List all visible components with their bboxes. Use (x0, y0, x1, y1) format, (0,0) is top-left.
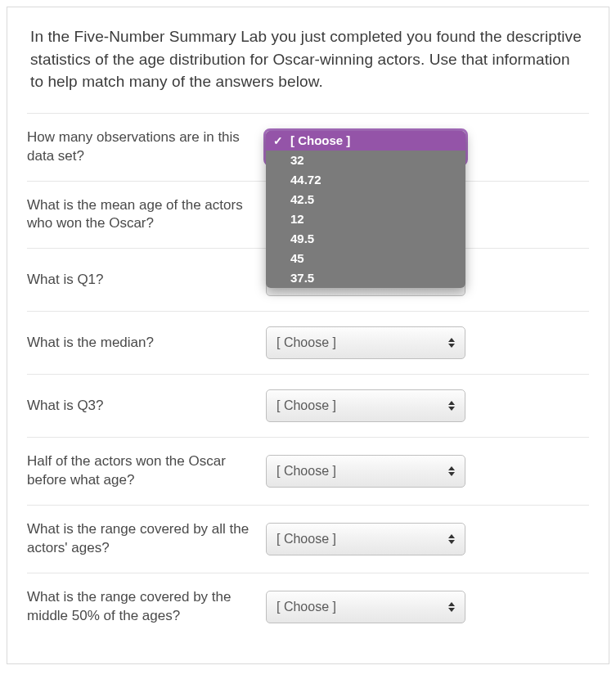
question-card: In the Five-Number Summary Lab you just … (7, 7, 609, 664)
match-row: What is Q3? [ Choose ] (27, 374, 589, 437)
answer-select-6[interactable]: [ Choose ] (266, 523, 465, 555)
answer-select-7[interactable]: [ Choose ] (266, 591, 465, 623)
select-value: [ Choose ] (277, 464, 336, 479)
match-row: Half of the actors won the Oscar before … (27, 437, 589, 505)
dropdown-option[interactable]: 44.72 (266, 170, 465, 190)
question-label: How many observations are in this data s… (27, 128, 266, 166)
dropdown-option[interactable]: 12 (266, 209, 465, 229)
dropdown-option[interactable]: 42.5 (266, 190, 465, 209)
question-label: What is the median? (27, 334, 266, 353)
select-wrap-6: [ Choose ] (266, 523, 465, 555)
answer-select-4[interactable]: [ Choose ] (266, 389, 465, 422)
question-label: What is the range covered by all the act… (27, 520, 266, 558)
select-value: [ Choose ] (277, 335, 336, 350)
select-wrap-7: [ Choose ] (266, 591, 465, 623)
select-wrap-5: [ Choose ] (266, 455, 465, 488)
question-prompt: In the Five-Number Summary Lab you just … (30, 25, 586, 93)
select-wrap-0: [ Choose ] [ Choose ] 32 44.72 42.5 12 4… (266, 131, 465, 164)
chevron-up-down-icon (448, 600, 456, 614)
match-row: How many observations are in this data s… (27, 113, 589, 181)
answer-select-3[interactable]: [ Choose ] (266, 326, 465, 359)
match-row: What is the median? [ Choose ] (27, 311, 589, 374)
dropdown-option[interactable]: 45 (266, 249, 465, 268)
match-row: What is the range covered by the middle … (27, 573, 589, 641)
select-value: [ Choose ] (277, 398, 336, 413)
dropdown-option[interactable]: 37.5 (266, 268, 465, 288)
chevron-up-down-icon (448, 464, 456, 479)
question-label: What is Q1? (27, 271, 266, 290)
chevron-up-down-icon (448, 398, 456, 413)
question-label: What is the range covered by the middle … (27, 588, 266, 626)
select-wrap-3: [ Choose ] (266, 326, 465, 359)
question-label: Half of the actors won the Oscar before … (27, 452, 266, 490)
select-value: [ Choose ] (277, 532, 336, 546)
chevron-up-down-icon (448, 335, 456, 350)
dropdown-option[interactable]: 49.5 (266, 229, 465, 249)
question-label: What is Q3? (27, 397, 266, 416)
select-wrap-4: [ Choose ] (266, 389, 465, 422)
question-label: What is the mean age of the actors who w… (27, 196, 266, 234)
match-row: What is the range covered by all the act… (27, 505, 589, 573)
dropdown-option[interactable]: [ Choose ] (266, 131, 465, 151)
dropdown-option[interactable]: 32 (266, 151, 465, 170)
dropdown-menu: [ Choose ] 32 44.72 42.5 12 49.5 45 37.5 (266, 131, 465, 288)
chevron-up-down-icon (448, 532, 456, 546)
select-value: [ Choose ] (277, 600, 336, 614)
answer-select-5[interactable]: [ Choose ] (266, 455, 465, 488)
